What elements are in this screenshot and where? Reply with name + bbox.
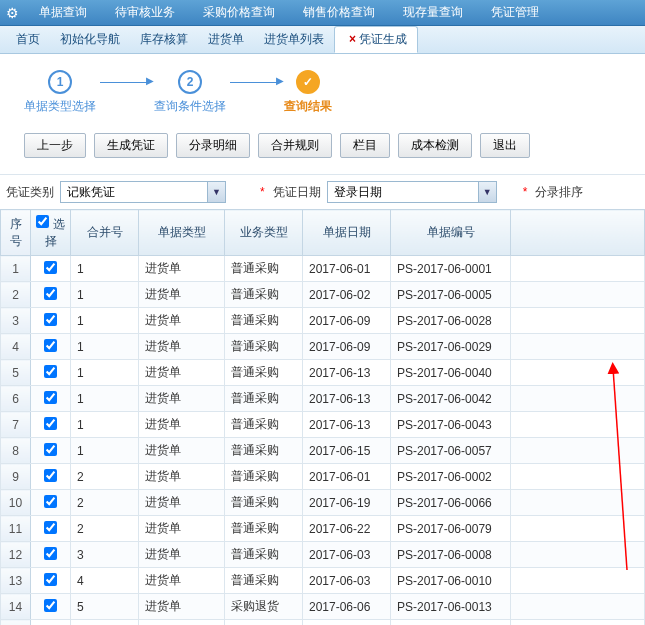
cell-bill-type: 进货单 <box>139 620 225 626</box>
arrow-icon <box>230 82 280 84</box>
table-row[interactable]: 61进货单普通采购2017-06-13PS-2017-06-0042 <box>1 386 645 412</box>
tab-inventory[interactable]: 库存核算 <box>130 27 198 52</box>
col-merge-no[interactable]: 合并号 <box>71 210 139 256</box>
table-row[interactable]: 92进货单普通采购2017-06-01PS-2017-06-0002 <box>1 464 645 490</box>
columns-button[interactable]: 栏目 <box>340 133 390 158</box>
cell-bill-type: 进货单 <box>139 412 225 438</box>
cell-seq: 14 <box>1 594 31 620</box>
cell-biz-type: 普通采购 <box>225 360 303 386</box>
cell-bill-date: 2017-06-01 <box>303 464 391 490</box>
cell-bill-date: 2017-06-03 <box>303 568 391 594</box>
table-row[interactable]: 41进货单普通采购2017-06-09PS-2017-06-0029 <box>1 334 645 360</box>
table-row[interactable]: 11进货单普通采购2017-06-01PS-2017-06-0001 <box>1 256 645 282</box>
cell-extra <box>511 438 645 464</box>
cell-bill-no: PS-2017-06-0013 <box>391 594 511 620</box>
voucher-type-combo[interactable]: ▼ <box>60 181 226 203</box>
row-checkbox[interactable] <box>44 417 57 430</box>
row-checkbox[interactable] <box>44 521 57 534</box>
cell-merge-no: 1 <box>71 386 139 412</box>
row-checkbox[interactable] <box>44 469 57 482</box>
cell-bill-date: 2017-06-06 <box>303 620 391 626</box>
col-bill-type[interactable]: 单据类型 <box>139 210 225 256</box>
row-checkbox[interactable] <box>44 599 57 612</box>
row-checkbox[interactable] <box>44 573 57 586</box>
step-label-1: 单据类型选择 <box>24 98 96 115</box>
wizard-step-1[interactable]: 1 单据类型选择 <box>24 70 96 115</box>
cell-bill-no: PS-2017-06-0005 <box>391 282 511 308</box>
col-bill-date[interactable]: 单据日期 <box>303 210 391 256</box>
nav-bill-query[interactable]: 单据查询 <box>25 0 101 25</box>
cell-biz-type: 普通采购 <box>225 568 303 594</box>
row-checkbox[interactable] <box>44 261 57 274</box>
nav-pending-audit[interactable]: 待审核业务 <box>101 0 189 25</box>
cell-bill-no: PS-2017-06-0002 <box>391 464 511 490</box>
arrow-icon <box>100 82 150 84</box>
entry-detail-button[interactable]: 分录明细 <box>176 133 250 158</box>
col-biz-type[interactable]: 业务类型 <box>225 210 303 256</box>
tab-init-nav[interactable]: 初始化导航 <box>50 27 130 52</box>
gear-icon[interactable]: ⚙ <box>6 5 19 21</box>
exit-button[interactable]: 退出 <box>480 133 530 158</box>
step-circle-2: 2 <box>178 70 202 94</box>
sort-label: 分录排序 <box>535 184 583 201</box>
row-checkbox[interactable] <box>44 365 57 378</box>
chevron-down-icon[interactable]: ▼ <box>478 182 496 202</box>
table-row[interactable]: 156进货单普通采购2017-06-06PS-2017-06-0015 <box>1 620 645 626</box>
tab-label: 凭证生成 <box>359 32 407 46</box>
cell-merge-no: 1 <box>71 282 139 308</box>
tab-purchase-list[interactable]: 进货单列表 <box>254 27 334 52</box>
generate-voucher-button[interactable]: 生成凭证 <box>94 133 168 158</box>
wizard-step-2[interactable]: 2 查询条件选择 <box>154 70 226 115</box>
table-row[interactable]: 71进货单普通采购2017-06-13PS-2017-06-0043 <box>1 412 645 438</box>
cell-seq: 6 <box>1 386 31 412</box>
table-row[interactable]: 134进货单普通采购2017-06-03PS-2017-06-0010 <box>1 568 645 594</box>
cell-seq: 3 <box>1 308 31 334</box>
cell-extra <box>511 360 645 386</box>
voucher-date-combo[interactable]: ▼ <box>327 181 497 203</box>
voucher-type-label: 凭证类别 <box>6 184 54 201</box>
table-row[interactable]: 102进货单普通采购2017-06-19PS-2017-06-0066 <box>1 490 645 516</box>
prev-button[interactable]: 上一步 <box>24 133 86 158</box>
cell-bill-type: 进货单 <box>139 516 225 542</box>
cell-bill-type: 进货单 <box>139 542 225 568</box>
table-row[interactable]: 21进货单普通采购2017-06-02PS-2017-06-0005 <box>1 282 645 308</box>
voucher-date-input[interactable] <box>328 185 478 199</box>
table-row[interactable]: 51进货单普通采购2017-06-13PS-2017-06-0040 <box>1 360 645 386</box>
required-icon: * <box>523 185 528 199</box>
table-row[interactable]: 123进货单普通采购2017-06-03PS-2017-06-0008 <box>1 542 645 568</box>
table-row[interactable]: 81进货单普通采购2017-06-15PS-2017-06-0057 <box>1 438 645 464</box>
select-all-checkbox[interactable] <box>36 215 49 228</box>
chevron-down-icon[interactable]: ▼ <box>207 182 225 202</box>
merge-rule-button[interactable]: 合并规则 <box>258 133 332 158</box>
cell-bill-date: 2017-06-13 <box>303 386 391 412</box>
cost-check-button[interactable]: 成本检测 <box>398 133 472 158</box>
cell-select <box>31 464 71 490</box>
cell-bill-date: 2017-06-03 <box>303 542 391 568</box>
col-select[interactable]: 选择 <box>31 210 71 256</box>
cell-bill-no: PS-2017-06-0042 <box>391 386 511 412</box>
table-row[interactable]: 31进货单普通采购2017-06-09PS-2017-06-0028 <box>1 308 645 334</box>
row-checkbox[interactable] <box>44 287 57 300</box>
cell-bill-type: 进货单 <box>139 360 225 386</box>
nav-purchase-price[interactable]: 采购价格查询 <box>189 0 289 25</box>
row-checkbox[interactable] <box>44 547 57 560</box>
row-checkbox[interactable] <box>44 339 57 352</box>
tab-purchase-bill[interactable]: 进货单 <box>198 27 254 52</box>
voucher-type-input[interactable] <box>61 185 207 199</box>
row-checkbox[interactable] <box>44 495 57 508</box>
col-seq[interactable]: 序号 <box>1 210 31 256</box>
tab-voucher-gen[interactable]: × 凭证生成 <box>334 26 418 53</box>
wizard-steps: 1 单据类型选择 2 查询条件选择 查询结果 <box>0 54 645 125</box>
cell-bill-no: PS-2017-06-0057 <box>391 438 511 464</box>
tab-home[interactable]: 首页 <box>6 27 50 52</box>
nav-voucher-manage[interactable]: 凭证管理 <box>477 0 553 25</box>
col-bill-no[interactable]: 单据编号 <box>391 210 511 256</box>
close-icon[interactable]: × <box>349 32 356 46</box>
row-checkbox[interactable] <box>44 391 57 404</box>
row-checkbox[interactable] <box>44 443 57 456</box>
table-row[interactable]: 145进货单采购退货2017-06-06PS-2017-06-0013 <box>1 594 645 620</box>
nav-stock-query[interactable]: 现存量查询 <box>389 0 477 25</box>
row-checkbox[interactable] <box>44 313 57 326</box>
nav-sales-price[interactable]: 销售价格查询 <box>289 0 389 25</box>
table-row[interactable]: 112进货单普通采购2017-06-22PS-2017-06-0079 <box>1 516 645 542</box>
